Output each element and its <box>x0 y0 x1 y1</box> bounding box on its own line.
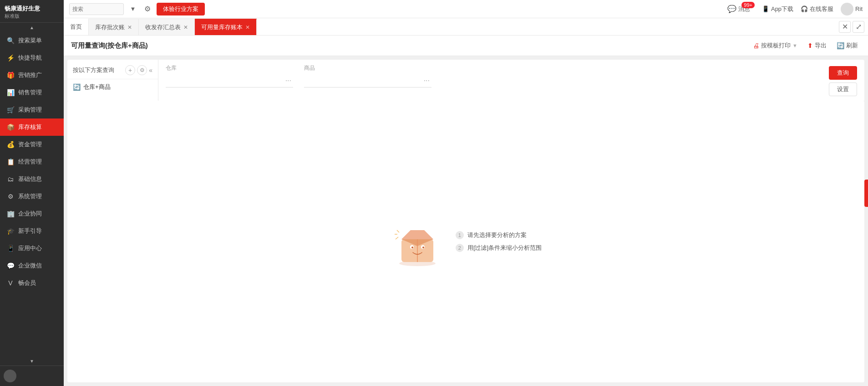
export-button[interactable]: ⬆ 导出 <box>805 40 829 51</box>
tab-close-summary[interactable]: ✕ <box>183 24 188 31</box>
user-avatar <box>841 3 853 15</box>
tab-available[interactable]: 可用量库存账本✕ <box>195 19 257 35</box>
tab-close-batch[interactable]: ✕ <box>127 24 132 31</box>
scheme-settings-button[interactable]: ⚙ <box>137 65 147 75</box>
user-name: Rit <box>855 5 863 12</box>
sidebar-item-operation[interactable]: 📋 经营管理 <box>0 153 64 170</box>
app-download-label: App下载 <box>771 5 793 13</box>
sidebar-item-base[interactable]: 🗂 基础信息 <box>0 170 64 188</box>
sidebar-item-label-operation: 经营管理 <box>18 158 42 166</box>
empty-step-1: 1 请先选择要分析的方案 <box>456 231 542 239</box>
tab-close-available[interactable]: ✕ <box>245 24 250 31</box>
brand-name: 畅康通好生意 <box>5 5 59 13</box>
sales-icon: 📊 <box>6 88 15 97</box>
right-scroll-hint[interactable] <box>864 180 868 207</box>
print-dropdown-icon[interactable]: ▼ <box>792 43 797 48</box>
sidebar-item-shortcut[interactable]: ⚡ 快捷导航 <box>0 49 64 67</box>
appstore-icon: 📱 <box>6 244 15 252</box>
sidebar-item-vip[interactable]: V 畅会员 <box>0 274 64 292</box>
query-button[interactable]: 查询 <box>829 66 857 80</box>
sidebar-header: 畅康通好生意 标准版 <box>0 0 64 23</box>
sidebar-item-label-enterprise: 企业协同 <box>18 210 42 218</box>
inventory-icon: 📦 <box>6 123 15 131</box>
step-2-text: 用[过滤]条件来缩小分析范围 <box>467 244 542 252</box>
tab-batch[interactable]: 库存批次账✕ <box>89 19 139 35</box>
filter-panel-header: 按以下方案查询 + ⚙ « <box>67 63 158 79</box>
export-icon: ⬆ <box>807 42 813 49</box>
message-badge: 99+ <box>741 2 755 8</box>
sidebar-item-appstore[interactable]: 📱 应用中心 <box>0 240 64 257</box>
sidebar-item-label-marketing: 营销推广 <box>18 71 42 79</box>
empty-illustration <box>390 214 445 269</box>
product-input[interactable]: ··· <box>304 74 431 87</box>
sidebar-item-enterprise[interactable]: 🏢 企业协同 <box>0 205 64 222</box>
collapse-icon[interactable]: « <box>149 67 152 74</box>
sidebar-item-inventory[interactable]: 📦 库存核算 <box>0 118 64 136</box>
sidebar-item-label-newbie: 新手引导 <box>18 227 42 235</box>
filter-header-actions: + ⚙ « <box>125 65 152 75</box>
scheme-label: 仓库+商品 <box>83 83 111 91</box>
user-profile[interactable]: Rit <box>841 3 863 15</box>
sidebar-item-purchase[interactable]: 🛒 采购管理 <box>0 101 64 118</box>
base-icon: 🗂 <box>6 175 15 183</box>
sidebar-scroll-down[interactable]: ▼ <box>0 356 64 365</box>
sidebar-item-label-finance: 资金管理 <box>18 140 42 149</box>
filter-fields: 仓库 ··· 商品 ··· 查询 设置 <box>158 60 864 101</box>
sidebar-item-label-shortcut: 快捷导航 <box>18 54 42 62</box>
sidebar-item-sales[interactable]: 📊 销售管理 <box>0 84 64 101</box>
add-scheme-button[interactable]: + <box>125 65 135 75</box>
tab-home[interactable]: 首页 <box>64 19 89 35</box>
sidebar-item-label-base: 基础信息 <box>18 175 42 183</box>
product-dots-icon[interactable]: ··· <box>424 77 430 85</box>
online-service-link[interactable]: 🎧 在线客服 <box>801 5 833 13</box>
sidebar-footer <box>0 365 64 386</box>
header-right: 💬 消息 99+ 📱 App下载 🎧 在线客服 Rit <box>727 3 863 15</box>
scheme-item-warehouse-product[interactable]: 🔄 仓库+商品 <box>67 79 158 95</box>
warehouse-dots-icon[interactable]: ··· <box>285 77 291 85</box>
dropdown-icon[interactable]: ▼ <box>127 4 138 15</box>
setting-button[interactable]: 设置 <box>829 82 857 96</box>
filter-header-label: 按以下方案查询 <box>73 66 114 74</box>
sidebar-item-label-search: 搜索菜单 <box>18 36 42 45</box>
sidebar-nav: 🔍 搜索菜单 ⚡ 快捷导航 🎁 营销推广 📊 销售管理 🛒 采购管理 📦 库存核… <box>0 32 64 356</box>
warehouse-label: 仓库 <box>166 64 293 72</box>
wechat-icon: 💬 <box>6 262 15 270</box>
sidebar-item-label-system: 系统管理 <box>18 192 42 201</box>
refresh-button[interactable]: 🔄 刷新 <box>834 40 861 51</box>
print-button[interactable]: 🖨 按模板打印 ▼ <box>750 40 800 51</box>
marketing-icon: 🎁 <box>6 71 15 79</box>
app-download-link[interactable]: 📱 App下载 <box>762 5 793 13</box>
search-input[interactable] <box>69 3 124 15</box>
headset-icon: 🎧 <box>801 5 808 12</box>
sidebar-item-wechat[interactable]: 💬 企业微信 <box>0 257 64 274</box>
empty-text-block: 1 请先选择要分析的方案 2 用[过滤]条件来缩小分析范围 <box>456 231 542 252</box>
top-header: ▼ ⚙ 体验行业方案 💬 消息 99+ 📱 App下载 🎧 在线客服 Rit <box>64 0 868 18</box>
sidebar-item-marketing[interactable]: 🎁 营销推广 <box>0 67 64 84</box>
vip-icon: V <box>6 279 15 287</box>
brand-subtitle: 标准版 <box>5 13 59 20</box>
trial-button[interactable]: 体验行业方案 <box>157 3 205 15</box>
tab-summary[interactable]: 收发存汇总表✕ <box>139 19 195 35</box>
sidebar-item-system[interactable]: ⚙ 系统管理 <box>0 188 64 205</box>
tab-label-available: 可用量库存账本 <box>201 23 243 31</box>
refresh-icon: 🔄 <box>837 42 844 49</box>
operation-icon: 📋 <box>6 158 15 166</box>
gear-icon[interactable]: ⚙ <box>142 4 153 15</box>
sidebar-item-newbie[interactable]: 🎓 新手引导 <box>0 222 64 240</box>
sidebar-item-label-inventory: 库存核算 <box>18 123 42 131</box>
purchase-icon: 🛒 <box>6 106 15 114</box>
empty-state: 1 请先选择要分析的方案 2 用[过滤]条件来缩小分析范围 <box>67 101 864 382</box>
page-header-actions: 🖨 按模板打印 ▼ ⬆ 导出 🔄 刷新 <box>750 40 861 51</box>
page-content: 可用量查询(按仓库+商品) 🖨 按模板打印 ▼ ⬆ 导出 🔄 刷新 <box>64 36 868 386</box>
warehouse-input[interactable]: ··· <box>166 74 293 87</box>
sidebar-item-label-appstore: 应用中心 <box>18 244 42 252</box>
product-label: 商品 <box>304 64 431 72</box>
tabs-close-button[interactable]: ✕ <box>839 21 851 33</box>
tabs-expand-button[interactable]: ⤢ <box>853 21 864 33</box>
empty-row: 1 请先选择要分析的方案 2 用[过滤]条件来缩小分析范围 <box>390 214 542 269</box>
sidebar-scroll-up[interactable]: ▲ <box>0 23 64 32</box>
message-button[interactable]: 💬 消息 99+ <box>727 5 750 13</box>
sidebar-item-finance[interactable]: 💰 资金管理 <box>0 136 64 153</box>
system-icon: ⚙ <box>6 192 15 201</box>
sidebar-item-search[interactable]: 🔍 搜索菜单 <box>0 32 64 49</box>
